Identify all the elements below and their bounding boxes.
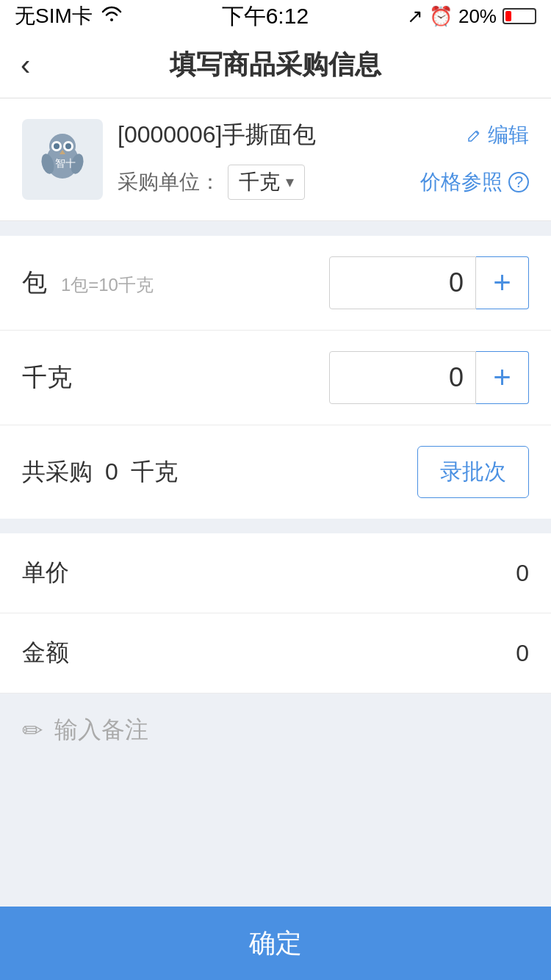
unit-value: 千克 <box>239 168 280 196</box>
kg-input[interactable] <box>329 351 476 404</box>
unit-price-row: 单价 0 <box>0 533 551 613</box>
status-bar: 无SIM卡 下午6:12 ↗ ⏰ 20% <box>0 0 551 32</box>
price-section: 单价 0 金额 0 <box>0 533 551 693</box>
svg-text:智十: 智十 <box>55 157 76 169</box>
battery-icon <box>503 8 536 24</box>
confirm-button[interactable]: 确定 <box>0 907 551 980</box>
bag-input-row: 包 1包=10千克 + <box>0 236 551 331</box>
svg-point-4 <box>54 143 60 149</box>
page-title: 填写商品采购信息 <box>170 47 381 83</box>
alarm-icon: ⏰ <box>429 5 453 28</box>
carrier-label: 无SIM卡 <box>15 2 93 30</box>
price-reference-button[interactable]: 价格参照 ? <box>420 168 529 196</box>
status-bar-left: 无SIM卡 <box>15 2 123 30</box>
product-name-row: [0000006]手撕面包 编辑 <box>118 119 529 151</box>
unit-price-label: 单价 <box>22 557 69 589</box>
bag-sub-label: 1包=10千克 <box>61 275 154 295</box>
product-info: [0000006]手撕面包 编辑 采购单位： 千克 ▾ 价格参照 ? <box>118 119 529 200</box>
back-button[interactable]: ‹ <box>21 48 30 82</box>
bag-input[interactable] <box>329 256 476 309</box>
bag-plus-button[interactable]: + <box>476 256 529 309</box>
amount-row: 金额 0 <box>0 613 551 693</box>
confirm-label: 确定 <box>249 926 302 962</box>
unit-label: 采购单位： <box>118 168 220 196</box>
section-divider-2 <box>0 519 551 533</box>
summary-suffix: 千克 <box>131 458 178 485</box>
product-unit-row: 采购单位： 千克 ▾ 价格参照 ? <box>118 165 529 200</box>
price-ref-label: 价格参照 <box>420 168 503 196</box>
wifi-icon <box>100 4 123 28</box>
summary-value: 0 <box>105 458 118 485</box>
summary-text: 共采购 0 千克 <box>22 456 178 489</box>
svg-point-5 <box>65 143 71 149</box>
pencil-icon: ✏ <box>22 716 43 745</box>
summary-prefix: 共采购 <box>22 458 93 485</box>
product-card: 智十 [0000006]手撕面包 编辑 采购单位： 千克 ▾ <box>0 98 551 221</box>
bag-controls: + <box>329 256 529 309</box>
bag-label-group: 包 1包=10千克 <box>22 266 329 300</box>
kg-plus-button[interactable]: + <box>476 351 529 404</box>
amount-value: 0 <box>516 640 529 667</box>
kg-input-row: 千克 + <box>0 331 551 425</box>
bag-label: 包 <box>22 268 47 296</box>
status-bar-right: ↗ ⏰ 20% <box>407 5 536 28</box>
location-icon: ↗ <box>407 5 423 28</box>
amount-label: 金额 <box>22 637 69 669</box>
summary-row: 共采购 0 千克 录批次 <box>0 425 551 519</box>
kg-label-group: 千克 <box>22 361 329 394</box>
product-thumbnail: 智十 <box>33 130 92 190</box>
section-divider-1 <box>0 221 551 236</box>
input-section: 包 1包=10千克 + 千克 + <box>0 236 551 425</box>
battery-percent: 20% <box>458 5 497 28</box>
nav-header: ‹ 填写商品采购信息 <box>0 32 551 98</box>
unit-select[interactable]: 千克 ▾ <box>228 165 305 200</box>
notes-placeholder: 输入备注 <box>54 714 148 746</box>
product-name: [0000006]手撕面包 <box>118 119 316 151</box>
chevron-down-icon: ▾ <box>286 173 294 192</box>
record-batch-button[interactable]: 录批次 <box>417 446 529 498</box>
unit-price-value: 0 <box>516 560 529 587</box>
product-image: 智十 <box>22 119 103 200</box>
help-icon: ? <box>508 172 529 192</box>
status-time: 下午6:12 <box>222 1 309 32</box>
kg-controls: + <box>329 351 529 404</box>
kg-label: 千克 <box>22 363 72 391</box>
edit-button[interactable]: 编辑 <box>466 121 529 149</box>
